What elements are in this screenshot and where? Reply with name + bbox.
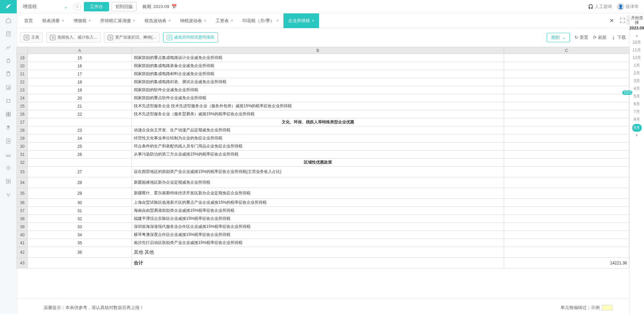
cell-b[interactable]: 国家鼓励的软件企业减免企业所得税 bbox=[132, 86, 504, 94]
close-icon[interactable]: × bbox=[89, 18, 91, 23]
cell-a[interactable]: 22 bbox=[28, 110, 132, 118]
month-item-1月[interactable]: 1月 bbox=[632, 62, 642, 69]
row-header[interactable]: 21 bbox=[17, 70, 28, 78]
row-header[interactable]: 40 bbox=[17, 231, 28, 239]
cell-c[interactable] bbox=[504, 70, 629, 78]
cell-b[interactable]: 深圳前海深港现代服务业合作区企业减按15%税率征收企业所得税 bbox=[132, 223, 504, 231]
cell-a[interactable] bbox=[28, 118, 132, 126]
col-header-c[interactable]: C bbox=[504, 47, 629, 54]
period-initial-dropdown[interactable]: 期初 ⌄ bbox=[547, 33, 570, 42]
cell-a[interactable]: 24 bbox=[28, 134, 132, 142]
month-item-8月[interactable]: 8月 bbox=[632, 116, 642, 123]
gear-icon[interactable] bbox=[5, 164, 12, 172]
inbox-icon[interactable] bbox=[5, 151, 12, 158]
cell-a[interactable]: 25 bbox=[28, 142, 132, 150]
cell-b[interactable]: 国家鼓励的重点集成电路设计企业减免企业所得税 bbox=[132, 54, 504, 62]
v-icon[interactable] bbox=[5, 191, 12, 198]
tab-税表清册[interactable]: 税表清册× bbox=[38, 13, 69, 28]
cell-a[interactable]: 16 bbox=[28, 62, 132, 70]
cell-c[interactable] bbox=[504, 94, 629, 102]
row-header[interactable]: 22 bbox=[17, 78, 28, 86]
switch-old-button[interactable]: 切到旧版 bbox=[112, 2, 137, 11]
cell-a[interactable]: 23 bbox=[28, 126, 132, 134]
tab-税负波动表[interactable]: 税负波动表× bbox=[140, 13, 175, 28]
cell-a[interactable]: 36 bbox=[28, 247, 132, 258]
cell-c[interactable] bbox=[504, 62, 629, 70]
tab-印花税（月/季）[interactable]: 印花税（月/季）× bbox=[238, 13, 283, 28]
cell-c[interactable] bbox=[504, 199, 629, 207]
tax-icon[interactable] bbox=[5, 97, 12, 105]
sub-tab-主表[interactable]: 표主表 bbox=[20, 32, 43, 43]
close-icon[interactable]: × bbox=[276, 18, 279, 23]
hand-icon[interactable] bbox=[5, 124, 12, 131]
row-header[interactable]: 39 bbox=[17, 223, 28, 231]
row-header[interactable]: 35 bbox=[17, 188, 28, 199]
cell-c[interactable] bbox=[504, 207, 629, 215]
month-item-6月[interactable]: 6月 bbox=[632, 100, 642, 108]
cell-c[interactable] bbox=[504, 86, 629, 94]
row-header[interactable]: 41 bbox=[17, 239, 28, 247]
cell-a[interactable]: 32 bbox=[28, 215, 132, 223]
cell-b[interactable]: 福建平潭综合实验区企业减按15%税率征收企业所得税 bbox=[132, 215, 504, 223]
cell-a[interactable]: 28 bbox=[28, 177, 132, 188]
cell-a[interactable] bbox=[28, 159, 132, 167]
cell-b[interactable]: 合计 bbox=[132, 258, 504, 268]
workbench-button[interactable]: 工作台 bbox=[84, 2, 109, 11]
cell-a[interactable]: 29 bbox=[28, 188, 132, 199]
spreadsheet[interactable]: A B C 1915国家鼓励的重点集成电路设计企业减免企业所得税2016国家鼓励… bbox=[17, 47, 629, 298]
reset-button[interactable]: ↻重置 bbox=[575, 35, 588, 41]
month-item-3月[interactable]: 3月 bbox=[632, 77, 642, 85]
cell-b[interactable]: 横琴粤澳深度合作区企业减按15%税率征收企业所得税 bbox=[132, 231, 504, 239]
close-all-tabs-button[interactable]: ✕ bbox=[608, 16, 615, 25]
doc-icon[interactable] bbox=[5, 30, 12, 38]
period-selector[interactable]: 账期 2023-09 📅 bbox=[143, 4, 177, 10]
cell-c[interactable]: 14221.38 bbox=[504, 258, 629, 268]
cell-b[interactable]: 技术先进型服务企业 技术先进型服务企业（服务外包类）减按15%的税率征收企业所得… bbox=[132, 102, 504, 110]
month-item-4月[interactable]: 4月 bbox=[632, 85, 642, 92]
cell-b[interactable]: 国家鼓励的集成电路材料企业减免企业所得税 bbox=[132, 70, 504, 78]
cell-b[interactable]: 新疆喀什、霍尔果斯特殊经济开发区新办企业定期免征企业所得税 bbox=[132, 188, 504, 199]
cell-a[interactable]: 33 bbox=[28, 223, 132, 231]
row-header[interactable]: 33 bbox=[17, 167, 28, 177]
cell-a[interactable]: 19 bbox=[28, 86, 132, 94]
row-header[interactable]: 19 bbox=[17, 54, 28, 62]
cell-b[interactable]: 海南自由贸易港鼓励类企业减按15%税率征收企业所得税 bbox=[132, 207, 504, 215]
cell-b[interactable]: 设在西部地区的鼓励类产业企业减按15%的税率征收企业所得税(主营业务收入占比) bbox=[132, 167, 504, 177]
cell-c[interactable] bbox=[504, 231, 629, 239]
cell-c[interactable] bbox=[504, 134, 629, 142]
col-header-b[interactable]: B bbox=[132, 47, 504, 54]
corner-cell[interactable] bbox=[17, 47, 28, 54]
cell-b[interactable]: 区域性优惠政策 bbox=[132, 159, 504, 167]
cell-b[interactable]: 国家鼓励的集成电路封装、测试企业减免企业所得税 bbox=[132, 78, 504, 86]
cell-c[interactable] bbox=[504, 126, 629, 134]
cell-c[interactable] bbox=[504, 247, 629, 258]
month-item-11月[interactable]: 11月 bbox=[632, 46, 642, 54]
chart-icon[interactable] bbox=[5, 44, 12, 51]
cell-c[interactable] bbox=[504, 78, 629, 86]
fullscreen-button[interactable]: ⛶ bbox=[619, 16, 627, 25]
cell-b[interactable]: 动漫企业自主开发、生产动漫产品定期减免企业所得税 bbox=[132, 126, 504, 134]
month-item-9月[interactable]: 9月 bbox=[632, 124, 642, 132]
tab-企业所得税[interactable]: 企业所得税× bbox=[283, 13, 319, 28]
row-header[interactable]: 24 bbox=[17, 94, 28, 102]
user-menu[interactable]: 👤 徐泽华 bbox=[617, 3, 639, 10]
row-header[interactable]: 28 bbox=[17, 126, 28, 134]
row-header[interactable]: 42 bbox=[17, 247, 28, 258]
cell-b[interactable]: 南沙先行启动区鼓励类产业企业减按15%税率征收企业所得税 bbox=[132, 239, 504, 247]
month-up-button[interactable]: ▲ bbox=[635, 33, 639, 38]
report-icon[interactable] bbox=[5, 84, 12, 91]
row-header[interactable]: 34 bbox=[17, 177, 28, 188]
tab-纳税波动表[interactable]: 纳税波动表× bbox=[175, 13, 211, 28]
cell-a[interactable]: 21 bbox=[28, 102, 132, 110]
cell-c[interactable] bbox=[504, 188, 629, 199]
cell-b[interactable]: 从事污染防治的第三方企业减按15%的税率征收企业所得税 bbox=[132, 150, 504, 159]
tab-工资表[interactable]: 工资表× bbox=[211, 13, 238, 28]
list-toggle-button[interactable]: ☰ bbox=[73, 3, 81, 11]
grid-icon[interactable] bbox=[5, 111, 12, 118]
cell-b[interactable]: 经营性文化事业单位转制为企业的免征企业所得税 bbox=[132, 134, 504, 142]
close-icon[interactable]: × bbox=[231, 18, 233, 23]
tab-首页[interactable]: 首页 bbox=[19, 13, 38, 28]
row-header[interactable]: 23 bbox=[17, 86, 28, 94]
month-item-7月[interactable]: 7月 bbox=[632, 108, 642, 116]
cell-a[interactable] bbox=[28, 258, 132, 268]
